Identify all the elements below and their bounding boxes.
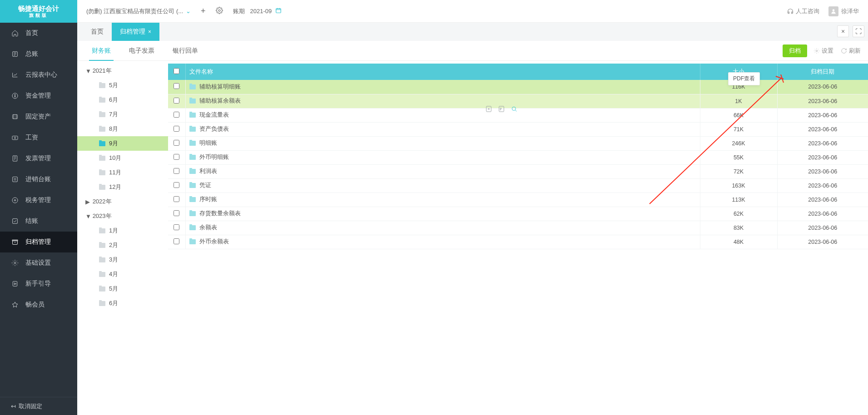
consult-label: 人工咨询: [796, 7, 819, 15]
folder-icon: [99, 98, 105, 103]
nav-item-invoice[interactable]: 发票管理: [0, 148, 77, 169]
file-date: 2023-06-06: [777, 94, 868, 108]
archive-button[interactable]: 归档: [783, 44, 807, 57]
nav-item-close[interactable]: 结账: [0, 211, 77, 232]
row-check[interactable]: [174, 182, 179, 188]
username[interactable]: 徐泽华: [841, 7, 859, 15]
tree-month-label: 9月: [109, 139, 118, 148]
tab-archive[interactable]: 归档管理 ×: [112, 23, 159, 41]
gear-icon: [11, 259, 19, 267]
nav-label: 固定资产: [25, 113, 51, 121]
file-name: 现金流量表: [199, 112, 229, 118]
tree-month-4[interactable]: 4月: [77, 267, 168, 282]
nav-item-salary[interactable]: 工资: [0, 127, 77, 148]
add-button[interactable]: +: [201, 6, 206, 16]
tree-month-1[interactable]: 1月: [77, 223, 168, 238]
table-row[interactable]: 存货数量余额表62K2023-06-06: [168, 207, 868, 221]
table-row[interactable]: 凭证163K2023-06-06: [168, 178, 868, 193]
nav-item-chart[interactable]: 云报表中心: [0, 64, 77, 85]
table-row[interactable]: 辅助核算余额表1K2023-06-06: [168, 94, 868, 108]
folder-icon: [189, 141, 196, 146]
row-check[interactable]: [174, 196, 179, 202]
row-check[interactable]: [174, 126, 179, 132]
nav-item-guide[interactable]: 新手引导: [0, 273, 77, 294]
nav-item-archive[interactable]: 归档管理: [0, 232, 77, 252]
settings-button[interactable]: 设置: [813, 47, 833, 55]
nav-label: 畅会员: [25, 301, 45, 309]
subtab-einvoice[interactable]: 电子发票: [120, 41, 164, 61]
tree-month-6[interactable]: 6月: [77, 296, 168, 311]
company-selector[interactable]: (勿删) 江西服宝精品有限责任公司 (...: [86, 7, 183, 15]
nav-item-money[interactable]: 资金管理: [0, 85, 77, 106]
nav-item-asset[interactable]: 固定资产: [0, 106, 77, 127]
tree-year-2022[interactable]: ▶ 2022年: [77, 194, 168, 209]
tree-year-2021[interactable]: ▼ 2021年: [77, 64, 168, 78]
check-all[interactable]: [174, 68, 179, 74]
row-check[interactable]: [174, 224, 179, 230]
nav-item-gear[interactable]: 基础设置: [0, 252, 77, 273]
file-size: 62K: [700, 207, 777, 221]
fullscreen-button[interactable]: ⛶: [853, 25, 864, 37]
nav-list: 首页总账云报表中心资金管理固定资产工资发票管理进销台账税务管理结账归档管理基础设…: [0, 23, 77, 397]
tree-month-7[interactable]: 7月: [77, 107, 168, 122]
salary-icon: [11, 133, 19, 142]
file-name: 外币余额表: [199, 238, 229, 245]
svg-point-13: [218, 10, 220, 11]
file-date: 2023-06-06: [777, 193, 868, 207]
tab-home[interactable]: 首页: [83, 23, 112, 41]
subtab-bank[interactable]: 银行回单: [164, 41, 207, 61]
tree-month-12[interactable]: 12月: [77, 180, 168, 194]
row-check[interactable]: [174, 210, 179, 216]
row-check[interactable]: [174, 112, 179, 118]
avatar-icon[interactable]: [828, 6, 838, 16]
row-check[interactable]: [174, 168, 179, 174]
tree-month-5[interactable]: 5月: [77, 78, 168, 93]
tree-month-11[interactable]: 11月: [77, 165, 168, 180]
table-row[interactable]: 余额表83K2023-06-06: [168, 221, 868, 235]
row-check[interactable]: [174, 98, 179, 104]
nav-item-inout[interactable]: 进销台账: [0, 169, 77, 190]
nav-item-home[interactable]: 首页: [0, 23, 77, 44]
row-check[interactable]: [174, 83, 179, 89]
tree-month-6[interactable]: 6月: [77, 93, 168, 107]
calendar-icon[interactable]: [275, 7, 282, 15]
table-row[interactable]: 序时账113K2023-06-06: [168, 193, 868, 207]
table-row[interactable]: 辅助核算明细账116K2023-06-06: [168, 80, 868, 94]
svg-rect-6: [13, 177, 18, 182]
col-date[interactable]: 归档日期: [777, 64, 868, 80]
tree-month-10[interactable]: 10月: [77, 151, 168, 165]
table-row[interactable]: 资产负债表71K2023-06-06: [168, 122, 868, 136]
table-row[interactable]: 现金流量表66K2023-06-06: [168, 108, 868, 122]
tree-year-2023[interactable]: ▼ 2023年: [77, 209, 168, 223]
tree-month-8[interactable]: 8月: [77, 122, 168, 136]
file-size: 71K: [700, 122, 777, 136]
tree-month-label: 5月: [109, 285, 118, 293]
file-name: 余额表: [199, 224, 217, 231]
table-row[interactable]: 外币余额表48K2023-06-06: [168, 235, 868, 249]
row-check[interactable]: [174, 238, 179, 244]
consult-button[interactable]: 人工咨询: [787, 7, 819, 15]
subtab-finance[interactable]: 财务账: [83, 41, 120, 61]
money-icon: [11, 92, 19, 100]
tree-month-2[interactable]: 2月: [77, 238, 168, 252]
nav-item-ledger[interactable]: 总账: [0, 44, 77, 64]
company-settings-icon[interactable]: [216, 7, 223, 15]
row-check[interactable]: [174, 140, 179, 146]
file-date: 2023-06-06: [777, 136, 868, 150]
row-check[interactable]: [174, 154, 179, 160]
chevron-down-icon[interactable]: ⌄: [186, 8, 191, 15]
table-row[interactable]: 外币明细账55K2023-06-06: [168, 150, 868, 164]
table-row[interactable]: 明细账246K2023-06-06: [168, 136, 868, 150]
refresh-button[interactable]: 刷新: [841, 47, 861, 55]
tree-month-3[interactable]: 3月: [77, 252, 168, 267]
nav-item-vip[interactable]: 畅会员: [0, 294, 77, 315]
tab-close-x-button[interactable]: ×: [837, 25, 849, 37]
tree-month-5[interactable]: 5月: [77, 282, 168, 296]
table-row[interactable]: 利润表72K2023-06-06: [168, 164, 868, 178]
logo[interactable]: 畅捷通好会计 旗舰版: [0, 0, 77, 23]
nav-item-tax[interactable]: 税务管理: [0, 190, 77, 211]
tree-month-9[interactable]: 9月: [77, 136, 168, 151]
unpin-button[interactable]: ↤ 取消固定: [0, 397, 77, 415]
close-icon[interactable]: ×: [148, 29, 151, 35]
col-name[interactable]: 文件名称: [185, 64, 700, 80]
